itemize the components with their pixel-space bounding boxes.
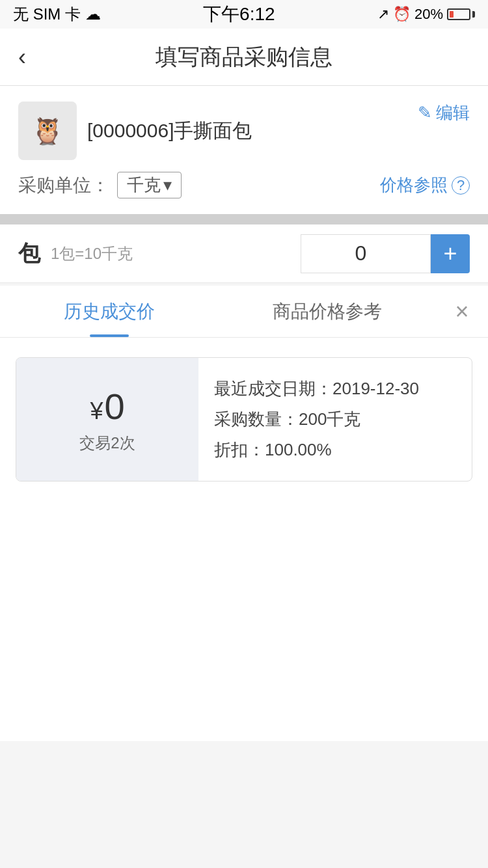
product-card: 🦉 [0000006]手撕面包 ✎ 编辑 采购单位： 千克 ▾ 价格参照 ? xyxy=(0,86,488,214)
alarm-icon: ⏰ xyxy=(393,6,411,23)
discount: 折扣：100.00% xyxy=(214,439,456,461)
header: ‹ 填写商品采购信息 xyxy=(0,29,488,86)
quantity-input[interactable] xyxy=(301,234,431,273)
dropdown-icon: ▾ xyxy=(163,175,172,195)
product-name: [0000006]手撕面包 xyxy=(87,118,252,144)
tab-history-price[interactable]: 历史成交价 xyxy=(0,286,218,337)
quantity-unit: 包 xyxy=(18,239,40,269)
edit-button[interactable]: ✎ 编辑 xyxy=(418,102,470,124)
recent-date: 最近成交日期：2019-12-30 xyxy=(214,377,456,400)
status-bar: 无 SIM 卡 ☁ 下午6:12 ↗ ⏰ 20% xyxy=(0,0,488,29)
tab-close-button[interactable]: × xyxy=(436,298,488,325)
trade-count: 交易2次 xyxy=(79,433,135,454)
unit-selector[interactable]: 千克 ▾ xyxy=(117,172,182,198)
product-image: 🦉 xyxy=(18,102,77,160)
price-card: ¥0 交易2次 最近成交日期：2019-12-30 采购数量：200千克 折扣：… xyxy=(16,357,472,481)
back-button[interactable]: ‹ xyxy=(18,44,26,71)
status-right: ↗ ⏰ 20% xyxy=(377,6,475,23)
section-divider xyxy=(0,214,488,224)
price-reference-button[interactable]: 价格参照 ? xyxy=(380,174,470,197)
quantity-hint: 1包=10千克 xyxy=(51,243,133,264)
help-icon: ? xyxy=(452,176,470,195)
tab-product-price-ref[interactable]: 商品价格参考 xyxy=(218,286,436,337)
tabs-header: 历史成交价 商品价格参考 × xyxy=(0,286,488,338)
edit-icon: ✎ xyxy=(418,103,432,123)
quantity-input-group: + xyxy=(301,234,470,273)
quantity-plus-button[interactable]: + xyxy=(431,234,470,273)
battery-icon xyxy=(447,8,475,20)
price-right-panel: 最近成交日期：2019-12-30 采购数量：200千克 折扣：100.00% xyxy=(198,358,472,481)
price-amount: ¥0 xyxy=(90,385,124,427)
unit-label: 采购单位： xyxy=(18,173,109,198)
currency-symbol: ¥ xyxy=(90,398,103,424)
page-title: 填写商品采购信息 xyxy=(156,42,332,72)
product-thumbnail-icon: 🦉 xyxy=(31,116,64,146)
tabs-section: 历史成交价 商品价格参考 × ¥0 交易2次 最近成交日期：2019-12-30… xyxy=(0,286,488,481)
tab-active-indicator xyxy=(90,334,129,337)
purchase-quantity: 采购数量：200千克 xyxy=(214,408,456,431)
price-left-panel: ¥0 交易2次 xyxy=(16,358,198,481)
nav-icon: ↗ xyxy=(377,6,389,23)
quantity-row: 包 1包=10千克 + xyxy=(0,224,488,283)
main-content: 历史成交价 商品价格参考 × ¥0 交易2次 最近成交日期：2019-12-30… xyxy=(0,286,488,741)
status-left: 无 SIM 卡 ☁ xyxy=(13,4,101,25)
unit-row: 采购单位： 千克 ▾ xyxy=(18,172,182,198)
status-time: 下午6:12 xyxy=(203,2,275,27)
sim-status: 无 SIM 卡 ☁ xyxy=(13,4,101,25)
battery-percent: 20% xyxy=(414,6,443,23)
